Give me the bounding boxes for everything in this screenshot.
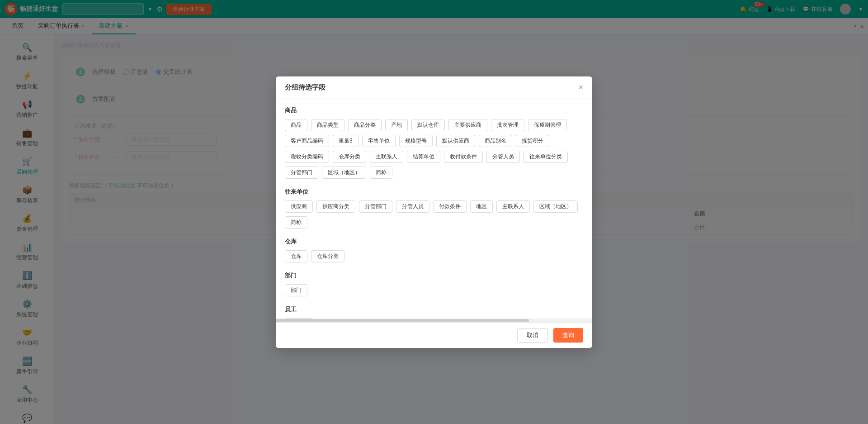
field-group-department-title: 部门 bbox=[285, 272, 583, 280]
field-tag-product-alias[interactable]: 商品别名 bbox=[479, 135, 512, 147]
field-tag-partner-main-contact[interactable]: 主联系人 bbox=[496, 200, 530, 213]
modal-scroll-thumb bbox=[276, 319, 529, 322]
field-group-employee-title: 员工 bbox=[285, 305, 583, 314]
modal-title: 分组待选字段 bbox=[285, 83, 326, 92]
field-tag-product-category[interactable]: 商品分类 bbox=[348, 119, 382, 131]
field-group-warehouse: 仓库 仓库 仓库分类 bbox=[285, 238, 583, 262]
field-tag-pick-points[interactable]: 拣货积分 bbox=[516, 135, 549, 147]
modal-dialog: 分组待选字段 × 商品 商品 商品类型 商品分类 产地 默认仓库 主要供应商 批… bbox=[276, 76, 592, 348]
field-tags-department: 部门 bbox=[285, 284, 583, 296]
field-group-partner: 往来单位 供应商 供应商分类 分管部门 分管人员 付款条件 地区 主联系人 区域… bbox=[285, 188, 583, 229]
field-tag-department[interactable]: 部门 bbox=[285, 284, 307, 296]
field-tag-payment-condition[interactable]: 付款条件 bbox=[433, 200, 467, 213]
modal-header: 分组待选字段 × bbox=[276, 76, 592, 99]
field-tag-main-supplier[interactable]: 主要供应商 bbox=[448, 119, 487, 131]
field-tag-customer-code[interactable]: 客户商品编码 bbox=[285, 135, 329, 147]
field-group-department: 部门 部门 bbox=[285, 272, 583, 296]
field-group-product: 商品 商品 商品类型 商品分类 产地 默认仓库 主要供应商 批次管理 保质期管理… bbox=[285, 106, 583, 179]
confirm-btn[interactable]: 查询 bbox=[553, 328, 583, 343]
field-tag-short-name[interactable]: 简称 bbox=[370, 167, 392, 179]
field-tag-area[interactable]: 地区 bbox=[470, 200, 493, 213]
field-tag-default-warehouse[interactable]: 默认仓库 bbox=[411, 119, 445, 131]
field-tag-weight3[interactable]: 重量3 bbox=[333, 135, 359, 147]
field-tag-batch-mgmt[interactable]: 批次管理 bbox=[491, 119, 524, 131]
field-tag-tax-code[interactable]: 税收分类编码 bbox=[285, 151, 329, 163]
modal-footer: 取消 查询 bbox=[276, 322, 592, 348]
field-group-employee: 员工 业务员 bbox=[285, 305, 583, 319]
field-tag-partner-short-name[interactable]: 简称 bbox=[285, 216, 307, 229]
field-group-warehouse-title: 仓库 bbox=[285, 238, 583, 246]
field-tag-warehouse-category[interactable]: 仓库分类 bbox=[333, 151, 366, 163]
field-tag-default-supplier[interactable]: 默认供应商 bbox=[436, 135, 475, 147]
field-tag-dept[interactable]: 分管部门 bbox=[285, 167, 318, 179]
field-tag-main-contact[interactable]: 主联系人 bbox=[370, 151, 403, 163]
field-tag-supplier[interactable]: 供应商 bbox=[285, 200, 313, 213]
field-tag-quality-mgmt[interactable]: 保质期管理 bbox=[528, 119, 567, 131]
cancel-btn[interactable]: 取消 bbox=[517, 328, 548, 343]
modal-overlay: 分组待选字段 × 商品 商品 商品类型 商品分类 产地 默认仓库 主要供应商 批… bbox=[0, 0, 868, 424]
field-tag-partner-supervisor[interactable]: 分管人员 bbox=[396, 200, 429, 213]
field-tag-product[interactable]: 商品 bbox=[285, 119, 307, 131]
field-tag-settlement-unit[interactable]: 结算单位 bbox=[407, 151, 440, 163]
modal-horizontal-scrollbar[interactable] bbox=[276, 319, 592, 322]
field-tag-region[interactable]: 区域（地区） bbox=[322, 167, 366, 179]
field-tag-partner-region[interactable]: 区域（地区） bbox=[533, 200, 578, 213]
field-tag-retail-unit[interactable]: 零售单位 bbox=[362, 135, 396, 147]
field-tag-partner-category[interactable]: 往来单位分类 bbox=[524, 151, 568, 163]
field-tags-product: 商品 商品类型 商品分类 产地 默认仓库 主要供应商 批次管理 保质期管理 客户… bbox=[285, 119, 583, 179]
modal-close-btn[interactable]: × bbox=[578, 83, 583, 92]
field-tag-warehouse[interactable]: 仓库 bbox=[285, 250, 307, 262]
field-tags-partner: 供应商 供应商分类 分管部门 分管人员 付款条件 地区 主联系人 区域（地区） … bbox=[285, 200, 583, 229]
field-tags-warehouse: 仓库 仓库分类 bbox=[285, 250, 583, 262]
field-tag-warehouse-cat[interactable]: 仓库分类 bbox=[311, 250, 344, 262]
field-group-product-title: 商品 bbox=[285, 106, 583, 114]
field-tag-origin[interactable]: 产地 bbox=[385, 119, 408, 131]
field-tag-spec-model[interactable]: 规格型号 bbox=[399, 135, 433, 147]
field-tag-partner-dept[interactable]: 分管部门 bbox=[359, 200, 392, 213]
modal-body: 商品 商品 商品类型 商品分类 产地 默认仓库 主要供应商 批次管理 保质期管理… bbox=[276, 99, 592, 319]
field-tag-supervisor[interactable]: 分管人员 bbox=[486, 151, 520, 163]
field-tag-supplier-category[interactable]: 供应商分类 bbox=[316, 200, 355, 213]
field-tag-product-type[interactable]: 商品类型 bbox=[311, 119, 344, 131]
field-group-partner-title: 往来单位 bbox=[285, 188, 583, 196]
field-tag-payment-terms[interactable]: 收付款条件 bbox=[444, 151, 483, 163]
